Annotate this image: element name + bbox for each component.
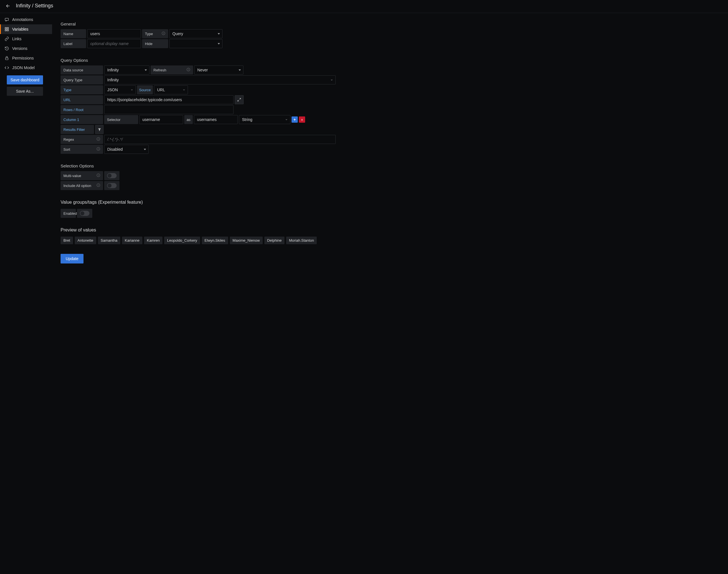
name-label: Name — [60, 29, 86, 38]
svg-rect-5 — [7, 30, 8, 31]
svg-rect-1 — [5, 18, 8, 20]
filter-button[interactable] — [95, 125, 104, 134]
section-selection-options: Selection Options Multi-value Include Al… — [60, 163, 336, 190]
source-label: Source — [137, 85, 153, 94]
svg-rect-2 — [5, 28, 6, 29]
data-source-select[interactable]: Infinity — [104, 66, 149, 75]
regex-input[interactable] — [104, 135, 336, 144]
selector-label: Selector — [104, 115, 138, 124]
save-dashboard-button[interactable]: Save dashboard — [7, 75, 43, 84]
back-arrow-button[interactable] — [5, 3, 11, 9]
section-query-options: Query Options Data source Infinity Refre… — [60, 58, 336, 154]
sidebar-item-links[interactable]: Links — [0, 34, 52, 44]
url-input[interactable] — [104, 95, 233, 104]
main-content: General Name Type Query Label Hide — [52, 13, 341, 275]
sidebar-item-label: Links — [12, 37, 21, 41]
svg-rect-4 — [5, 30, 6, 31]
preview-value-tag: Maxime_Nienow — [230, 237, 263, 244]
refresh-label: Refresh — [150, 66, 193, 75]
preview-value-tag: Kamren — [144, 237, 163, 244]
as-label: as — [184, 115, 193, 124]
sidebar-item-label: Annotations — [12, 17, 33, 22]
preview-value-tag: Leopoldo_Corkery — [164, 237, 200, 244]
info-icon — [96, 183, 100, 188]
type-label: Type — [142, 29, 168, 38]
sidebar-item-variables[interactable]: Variables — [0, 25, 52, 34]
sidebar-item-permissions[interactable]: Permissions — [0, 53, 52, 63]
regex-label: Regex — [60, 135, 103, 144]
include-all-toggle-wrap — [104, 181, 120, 190]
sidebar-item-annotations[interactable]: Annotations — [0, 15, 52, 25]
selector-input[interactable] — [139, 115, 183, 124]
type-label: Type — [60, 85, 103, 94]
preview-values-list: BretAntonetteSamanthaKarianneKamrenLeopo… — [60, 237, 336, 244]
section-title-value-groups: Value groups/tags (Experimental feature) — [60, 200, 336, 205]
comment-icon — [4, 17, 9, 22]
hide-label: Hide — [142, 39, 168, 48]
history-icon — [4, 46, 9, 51]
name-input[interactable] — [87, 29, 141, 38]
caret-down-icon — [144, 149, 146, 150]
rows-root-input[interactable] — [104, 105, 233, 114]
section-title-query-options: Query Options — [60, 58, 336, 63]
svg-point-23 — [98, 174, 98, 175]
preview-value-tag: Antonette — [75, 237, 96, 244]
update-button[interactable]: Update — [60, 254, 84, 263]
svg-rect-3 — [7, 28, 8, 29]
sidebar-item-label: Versions — [12, 46, 28, 51]
caret-down-icon — [239, 70, 241, 71]
lock-icon — [4, 55, 9, 60]
preview-value-tag: Moriah.Stanton — [286, 237, 317, 244]
label-input[interactable] — [87, 39, 141, 48]
settings-sidebar: Annotations Variables Links Versions Per… — [0, 13, 52, 275]
svg-point-17 — [98, 138, 98, 138]
type-select[interactable]: JSON — [104, 85, 136, 94]
as-input[interactable] — [194, 115, 238, 124]
enabled-toggle[interactable] — [80, 211, 89, 216]
multi-value-toggle[interactable] — [107, 173, 117, 178]
url-label: URL — [60, 95, 103, 104]
preview-value-tag: Elwyn.Skiles — [202, 237, 228, 244]
info-icon — [96, 137, 100, 142]
preview-value-tag: Samantha — [98, 237, 120, 244]
section-title-general: General — [60, 22, 336, 26]
source-select[interactable]: URL — [154, 85, 188, 94]
chevron-down-icon — [330, 79, 333, 81]
section-title-preview: Preview of values — [60, 228, 336, 233]
include-all-toggle[interactable] — [107, 183, 117, 188]
column-type-select[interactable]: String — [239, 115, 290, 124]
sidebar-item-label: Variables — [12, 27, 28, 32]
sidebar-item-versions[interactable]: Versions — [0, 44, 52, 53]
chevron-down-icon — [131, 88, 133, 91]
preview-value-tag: Delphine — [264, 237, 284, 244]
section-general: General Name Type Query Label Hide — [60, 22, 336, 48]
svg-line-13 — [239, 98, 240, 99]
expand-button[interactable] — [235, 95, 244, 104]
section-title-selection-options: Selection Options — [60, 163, 336, 168]
sidebar-item-label: Permissions — [12, 56, 34, 60]
page-title: Infinity / Settings — [16, 3, 53, 9]
label-label: Label — [60, 39, 86, 48]
save-as-button[interactable]: Save As... — [7, 87, 43, 96]
type-select[interactable]: Query — [169, 29, 223, 38]
preview-value-tag: Karianne — [122, 237, 142, 244]
svg-point-20 — [98, 148, 98, 149]
multi-value-label: Multi-value — [60, 171, 103, 180]
multi-value-toggle-wrap — [104, 171, 120, 180]
rows-root-label: Rows / Root — [60, 105, 103, 114]
column1-label: Column 1 — [60, 115, 103, 124]
info-icon — [96, 173, 100, 178]
sidebar-item-json-model[interactable]: JSON Model — [0, 63, 52, 73]
svg-point-26 — [98, 184, 98, 185]
refresh-select[interactable]: Never — [194, 66, 243, 75]
chevron-down-icon — [183, 88, 185, 91]
caret-down-icon — [218, 33, 220, 35]
query-type-select[interactable]: Infinity — [104, 75, 336, 84]
hide-select[interactable] — [169, 39, 223, 48]
add-column-button[interactable]: + — [291, 116, 298, 123]
svg-rect-6 — [5, 58, 8, 60]
section-preview: Preview of values BretAntonetteSamanthaK… — [60, 228, 336, 244]
sort-select[interactable]: Disabled — [104, 145, 149, 154]
query-type-label: Query Type — [60, 75, 103, 84]
remove-column-button[interactable]: x — [299, 116, 305, 123]
